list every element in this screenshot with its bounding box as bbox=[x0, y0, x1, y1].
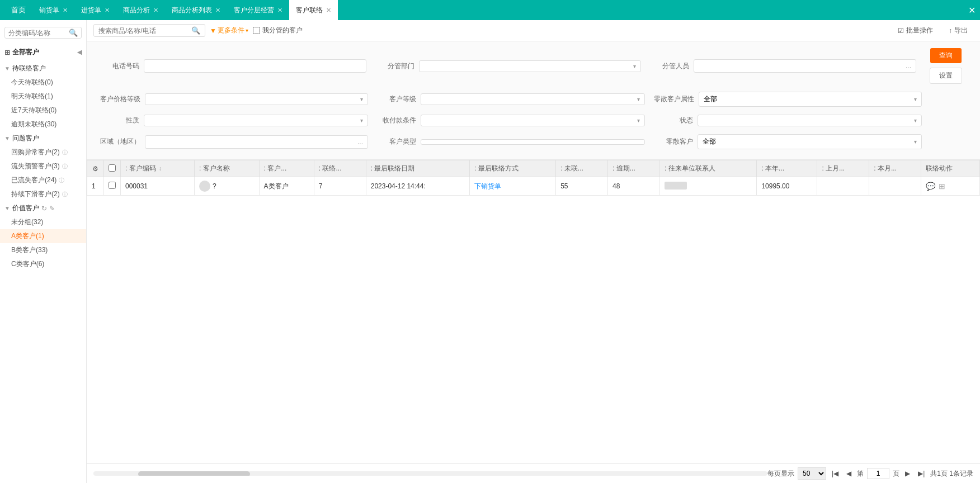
filter-retail-customer-label: 零散客户 bbox=[654, 137, 693, 146]
table-header-name[interactable]: : 客户名称 bbox=[195, 160, 259, 177]
sidebar-search-icon[interactable]: 🔍 bbox=[69, 29, 78, 37]
sidebar-item-unclassified[interactable]: 未分组(32) bbox=[0, 215, 86, 229]
table-header-last-date[interactable]: : 最后联络日期 bbox=[366, 160, 469, 177]
sidebar-item-b-class[interactable]: B类客户(33) bbox=[0, 243, 86, 257]
sidebar-search-input[interactable] bbox=[8, 29, 69, 37]
table-header-this-year[interactable]: : 本年... bbox=[757, 160, 817, 177]
table-select-all[interactable] bbox=[109, 164, 116, 172]
filter-price-level-select[interactable]: ▾ bbox=[145, 93, 368, 105]
nav-tab-4[interactable]: 客户分层经营 ✕ bbox=[227, 0, 289, 20]
sidebar-item-a-class[interactable]: A类客户(1) bbox=[0, 229, 86, 243]
settings-button[interactable]: 设置 bbox=[930, 68, 962, 84]
table-header-contact[interactable]: : 联络... bbox=[314, 160, 366, 177]
filter-dept-label: 分管部门 bbox=[375, 61, 414, 71]
filter-more-btn[interactable]: ▼ 更多条件 ▾ bbox=[210, 26, 248, 35]
warning-info-icon: ⓘ bbox=[62, 163, 68, 171]
table-header-no-contact[interactable]: : 未联... bbox=[556, 160, 608, 177]
table-header-unit-contact[interactable]: : 往来单位联系人 bbox=[659, 160, 756, 177]
filter-status-select[interactable]: ▾ bbox=[698, 115, 922, 126]
my-customers-checkbox[interactable]: 我分管的客户 bbox=[253, 26, 303, 35]
filter-phone-input[interactable] bbox=[144, 59, 366, 73]
batch-op-btn[interactable]: ☑ 批量操作 bbox=[892, 23, 939, 37]
nav-tab-3[interactable]: 商品分析列表 ✕ bbox=[165, 0, 227, 20]
close-tab-4[interactable]: ✕ bbox=[277, 7, 282, 14]
close-tab-1[interactable]: ✕ bbox=[105, 7, 110, 14]
filter-person-select[interactable]: ... bbox=[694, 59, 916, 73]
table-header-last-method[interactable]: : 最后联络方式 bbox=[470, 160, 556, 177]
filter-retail-attr-label: 零散客户属性 bbox=[654, 94, 694, 104]
sidebar-item-tomorrow[interactable]: 明天待联络(1) bbox=[0, 89, 86, 103]
sidebar-item-overdue[interactable]: 逾期未联络(30) bbox=[0, 117, 86, 131]
filter-payment-select[interactable]: ▾ bbox=[421, 115, 645, 126]
row-checkbox[interactable] bbox=[109, 182, 116, 189]
table-header-this-month[interactable]: : 本月... bbox=[869, 160, 921, 177]
filter-arrow-icon: ▾ bbox=[246, 27, 248, 34]
row-code[interactable]: 000031 bbox=[121, 177, 195, 196]
sidebar-pending-group[interactable]: ▼ 待联络客户 bbox=[0, 61, 86, 75]
query-button[interactable]: 查询 bbox=[930, 48, 962, 63]
page-number-input[interactable] bbox=[867, 468, 889, 479]
sidebar-item-c-class[interactable]: C类客户(6) bbox=[0, 257, 86, 271]
per-page-select[interactable]: 50 100 200 bbox=[798, 467, 826, 480]
table-header-checkbox[interactable] bbox=[104, 160, 121, 177]
sidebar-item-7days[interactable]: 近7天待联络(0) bbox=[0, 103, 86, 117]
first-page-btn[interactable]: |◀ bbox=[830, 468, 841, 479]
row-checkbox-cell[interactable] bbox=[104, 177, 121, 196]
sidebar-item-abnormal[interactable]: 回购异常客户(2) ⓘ bbox=[0, 145, 86, 159]
next-page-btn[interactable]: ▶ bbox=[903, 468, 912, 479]
sidebar-value-group[interactable]: ▼ 价值客户 ↻ ✎ bbox=[0, 201, 86, 215]
sidebar-item-today[interactable]: 今天待联络(0) bbox=[0, 75, 86, 89]
filter-retail-customer-select[interactable]: 全部 ▾ bbox=[698, 134, 922, 149]
window-close-button[interactable]: ✕ bbox=[968, 5, 976, 16]
value-edit-icon[interactable]: ✎ bbox=[49, 205, 55, 212]
export-btn[interactable]: ↑ 导出 bbox=[943, 23, 973, 37]
table-header-overdue[interactable]: : 逾期... bbox=[608, 160, 660, 177]
toolbar-search-input[interactable] bbox=[98, 27, 191, 35]
filter-person-cell: 分管人员 ... bbox=[646, 57, 921, 75]
horizontal-scrollbar[interactable] bbox=[138, 471, 250, 476]
table-header-type[interactable]: : 客户... bbox=[259, 160, 314, 177]
value-refresh-icon[interactable]: ↻ bbox=[41, 205, 47, 212]
chat-action-icon[interactable]: 💬 bbox=[926, 182, 935, 191]
nav-tab-2[interactable]: 商品分析 ✕ bbox=[116, 0, 165, 20]
sidebar-collapse-btn[interactable]: ◀ bbox=[77, 49, 82, 56]
prev-page-btn[interactable]: ◀ bbox=[844, 468, 854, 479]
sidebar-search-box[interactable]: 🔍 bbox=[4, 27, 82, 39]
last-method-link[interactable]: 下销货单 bbox=[474, 182, 501, 190]
table-header-row: ⚙ : 客户编码 ↕ : 客户名称 bbox=[87, 160, 980, 177]
table-header-code[interactable]: : 客户编码 ↕ bbox=[121, 160, 195, 177]
filter-nature-select[interactable]: ▾ bbox=[144, 115, 368, 126]
grid-action-icon[interactable]: ⊞ bbox=[939, 182, 945, 191]
filter-customer-type-select[interactable] bbox=[421, 139, 645, 145]
sidebar: 🔍 ⊞ 全部客户 ◀ ▼ 待联络客户 今天待联络(0) 明天待联络(1) 近7天… bbox=[0, 20, 87, 483]
filter-dept-select[interactable]: ▾ bbox=[419, 60, 642, 72]
pagination: 每页显示 50 100 200 |◀ ◀ 第 页 ▶ ▶| 共1页 1条记录 bbox=[767, 467, 973, 480]
table-header-gear[interactable]: ⚙ bbox=[87, 160, 104, 177]
my-customers-check[interactable] bbox=[253, 27, 260, 34]
sidebar-item-lost[interactable]: 已流失客户(24) ⓘ bbox=[0, 173, 86, 187]
filter-customer-type-label: 客户类型 bbox=[377, 137, 416, 146]
sidebar-all-customers[interactable]: ⊞ 全部客户 ◀ bbox=[0, 45, 86, 59]
filter-region-select[interactable]: ... bbox=[145, 135, 368, 149]
person-dots-icon: ... bbox=[906, 62, 911, 70]
row-last-method[interactable]: 下销货单 bbox=[470, 177, 556, 196]
nav-home[interactable]: 首页 bbox=[4, 0, 32, 20]
close-tab-5[interactable]: ✕ bbox=[326, 7, 331, 14]
toolbar-search-box[interactable]: 🔍 bbox=[93, 24, 205, 37]
toolbar-search-icon[interactable]: 🔍 bbox=[191, 26, 200, 35]
close-tab-3[interactable]: ✕ bbox=[215, 7, 220, 14]
abnormal-info-icon: ⓘ bbox=[62, 149, 68, 157]
table-header-last-month[interactable]: : 上月... bbox=[817, 160, 869, 177]
filter-customer-level-select[interactable]: ▾ bbox=[421, 93, 645, 105]
nav-tab-0[interactable]: 销货单 ✕ bbox=[32, 0, 74, 20]
filter-retail-attr-select[interactable]: 全部 ▾ bbox=[699, 92, 922, 107]
sidebar-item-warning[interactable]: 流失预警客户(3) ⓘ bbox=[0, 159, 86, 173]
sidebar-item-declining[interactable]: 持续下滑客户(2) ⓘ bbox=[0, 187, 86, 201]
sidebar-problem-group[interactable]: ▼ 问题客户 bbox=[0, 131, 86, 145]
last-page-btn[interactable]: ▶| bbox=[916, 468, 927, 479]
nav-tab-5[interactable]: 客户联络 ✕ bbox=[289, 0, 338, 20]
close-tab-0[interactable]: ✕ bbox=[63, 7, 68, 14]
nav-tab-1[interactable]: 进货单 ✕ bbox=[74, 0, 116, 20]
close-tab-2[interactable]: ✕ bbox=[153, 7, 158, 14]
value-arrow-icon: ▼ bbox=[4, 205, 10, 211]
